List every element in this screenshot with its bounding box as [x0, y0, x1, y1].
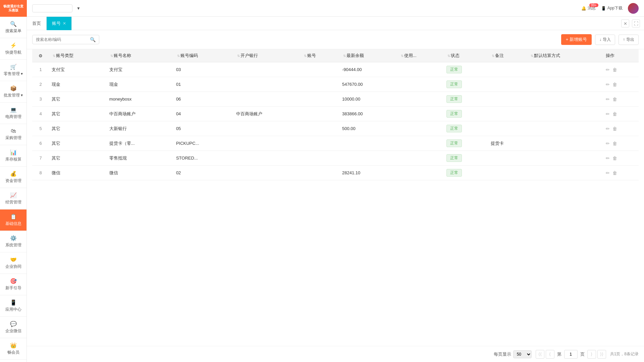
table-row: 5其它大新银行05500.00正常✏🗑: [32, 121, 639, 136]
sidebar-item-资金管理[interactable]: 💰资金管理: [0, 167, 26, 188]
topbar-dropdown[interactable]: ▼: [76, 6, 80, 11]
cell-usage: [397, 92, 444, 107]
topbar-search-box[interactable]: [32, 4, 72, 12]
import-button[interactable]: ↓ 导入: [595, 35, 615, 45]
sidebar-item-采购管理[interactable]: 🛍采购管理: [0, 124, 26, 145]
topbar: ▼ 🔔 消息 99+ 📱 App下载: [27, 0, 644, 17]
tab-expand-button[interactable]: ⛶: [632, 19, 640, 27]
toolbar-right: + 新增账号 ↓ 导入 ↑ 导出: [561, 34, 639, 45]
per-page-select[interactable]: 2050100: [513, 350, 532, 358]
sidebar-item-库存核算[interactable]: 📊库存核算: [0, 145, 26, 167]
col-label: 备注: [495, 53, 504, 59]
cell-account: [300, 136, 339, 151]
edit-icon[interactable]: ✏: [606, 156, 610, 161]
col-balance[interactable]: ⇅最新余额: [339, 49, 397, 62]
sidebar-item-批发管理[interactable]: 📦批发管理 ▾: [0, 81, 26, 103]
cell-balance: 547670.00: [339, 77, 397, 92]
search-icon[interactable]: 🔍: [90, 37, 96, 42]
delete-icon[interactable]: 🗑: [612, 141, 617, 146]
col-status[interactable]: ⇅状态: [444, 49, 488, 62]
col-remark[interactable]: ⇅备注: [488, 49, 527, 62]
edit-icon[interactable]: ✏: [606, 126, 610, 131]
table-row: 6其它提货卡（零...PICKUPC...正常提货卡✏🗑: [32, 136, 639, 151]
sidebar-item-快捷导航[interactable]: ⚡快捷导航: [0, 38, 26, 60]
edit-icon[interactable]: ✏: [606, 67, 610, 72]
page-label: 第: [557, 351, 561, 357]
delete-icon[interactable]: 🗑: [612, 170, 617, 176]
sidebar-item-经营管理[interactable]: 📈经营管理: [0, 188, 26, 209]
account-search-box[interactable]: 🔍: [32, 35, 99, 44]
col-code[interactable]: ⇅账号编码: [173, 49, 233, 62]
sort-icon: ⇅: [447, 54, 450, 58]
user-avatar[interactable]: [628, 3, 639, 14]
tab-close-icon[interactable]: ✕: [63, 21, 66, 26]
first-page-button[interactable]: ⟨⟨: [536, 350, 544, 359]
tab-账号[interactable]: 账号✕: [47, 17, 72, 30]
delete-icon[interactable]: 🗑: [612, 97, 617, 102]
col-name[interactable]: ⇅账号名称: [107, 49, 173, 62]
col-type[interactable]: ⇅账号类型: [49, 49, 107, 62]
tab-close-button[interactable]: ✕: [621, 19, 629, 27]
edit-icon[interactable]: ✏: [606, 97, 610, 102]
cell-index: 2: [32, 77, 49, 92]
sort-icon: ⇅: [401, 54, 404, 58]
topbar-search-input[interactable]: [35, 6, 62, 11]
edit-icon[interactable]: ✏: [606, 170, 610, 176]
sidebar-label: 批发管理 ▾: [4, 93, 23, 98]
last-page-button[interactable]: ⟩⟩: [597, 350, 606, 359]
app-download-button[interactable]: 📱 App下载: [601, 5, 623, 11]
cell-bank: [233, 151, 300, 166]
edit-icon[interactable]: ✏: [606, 82, 610, 87]
sidebar-item-企业协同[interactable]: 🤝企业协同: [0, 252, 26, 274]
next-page-button[interactable]: ⟩: [587, 350, 596, 359]
sidebar-label: 基础信息: [5, 221, 21, 227]
sidebar-item-新手引导[interactable]: 🎯新手引导: [0, 274, 26, 295]
message-button[interactable]: 🔔 消息 99+: [581, 5, 596, 11]
logo-text: 畅捷通好生意 乐惠版: [3, 4, 23, 12]
tab-首页[interactable]: 首页: [27, 17, 47, 30]
sidebar-item-搜索菜单[interactable]: 🔍搜索菜单: [0, 17, 26, 38]
col-default_settlement[interactable]: ⇅默认结算方式: [527, 49, 603, 62]
table-row: 7其它零售抵现STORED...正常✏🗑: [32, 151, 639, 166]
sidebar-item-企业微信[interactable]: 💬企业微信: [0, 317, 26, 338]
download-icon: 📱: [601, 6, 606, 11]
sidebar-item-电商管理[interactable]: 💻电商管理: [0, 103, 26, 124]
cell-code: 05: [173, 121, 233, 136]
sidebar-item-零售管理[interactable]: 🛒零售管理 ▾: [0, 60, 26, 81]
cell-name: 现金: [107, 77, 173, 92]
sidebar-label: 采购管理: [5, 135, 21, 141]
sidebar-item-应用中心[interactable]: 📱应用中心: [0, 295, 26, 317]
sidebar-item-畅会员[interactable]: 👑畅会员: [0, 338, 26, 360]
prev-page-button[interactable]: ⟨: [546, 350, 554, 359]
col-bank[interactable]: ⇅开户银行: [233, 49, 300, 62]
col-account[interactable]: ⇅账号: [300, 49, 339, 62]
delete-icon[interactable]: 🗑: [612, 67, 617, 72]
add-account-button[interactable]: + 新增账号: [561, 34, 592, 45]
edit-icon[interactable]: ✏: [606, 141, 610, 146]
cell-index: 4: [32, 107, 49, 121]
delete-icon[interactable]: 🗑: [612, 126, 617, 131]
cell-name: moneybosx: [107, 92, 173, 107]
cell-type: 其它: [49, 92, 107, 107]
message-badge: 99+: [589, 3, 598, 7]
export-button[interactable]: ↑ 导出: [619, 35, 639, 45]
sidebar-item-基础信息[interactable]: 📋基础信息: [0, 209, 26, 231]
delete-icon[interactable]: 🗑: [612, 82, 617, 87]
accounts-table: ⚙⇅账号类型⇅账号名称⇅账号编码⇅开户银行⇅账号⇅最新余额⇅使用...⇅状态⇅备…: [32, 49, 639, 180]
col-usage[interactable]: ⇅使用...: [397, 49, 444, 62]
settings-icon[interactable]: ⚙: [39, 53, 43, 58]
sidebar-icon: 💬: [10, 321, 17, 327]
sidebar-label: 企业协同: [5, 264, 21, 269]
account-search-input[interactable]: [36, 37, 88, 42]
delete-icon[interactable]: 🗑: [612, 111, 617, 117]
status-badge: 正常: [446, 154, 462, 162]
cell-action: ✏🗑: [603, 151, 639, 166]
edit-icon[interactable]: ✏: [606, 111, 610, 117]
per-page-control: 每页显示 2050100: [494, 350, 532, 358]
sidebar-item-系统管理[interactable]: ⚙️系统管理: [0, 231, 26, 252]
page-number-input[interactable]: [564, 350, 578, 359]
tab-label: 首页: [32, 20, 41, 26]
delete-icon[interactable]: 🗑: [612, 156, 617, 161]
sidebar-icon: 🔍: [10, 21, 17, 27]
sort-icon: ⇅: [110, 54, 113, 58]
